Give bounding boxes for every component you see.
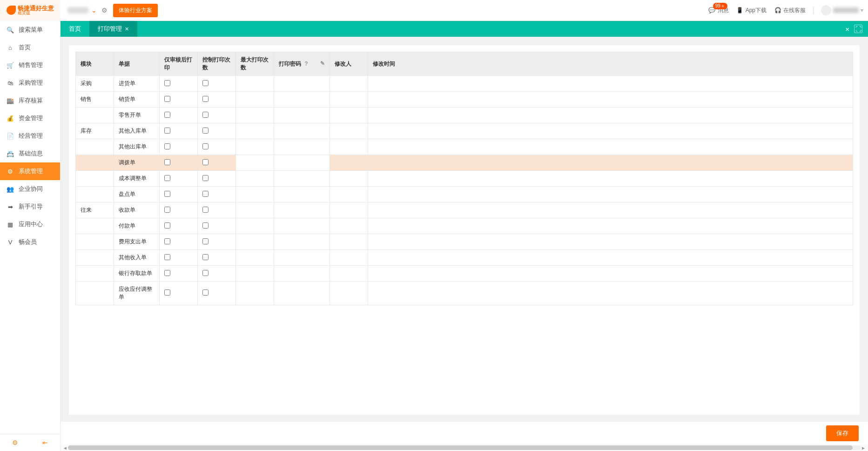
online-service-button[interactable]: 🎧 在线客服: [774, 7, 806, 14]
cell-limit-count[interactable]: [198, 266, 236, 282]
cell-password[interactable]: [274, 266, 330, 282]
cell-max-count[interactable]: [236, 139, 274, 155]
scroll-left-icon[interactable]: ◄: [62, 445, 68, 451]
fullscreen-icon[interactable]: ⛶: [854, 25, 862, 33]
sidebar-item-0[interactable]: 🔍搜索菜单: [0, 21, 60, 39]
cell-audit-only[interactable]: [160, 76, 198, 92]
cell-max-count[interactable]: [236, 92, 274, 108]
brand-logo[interactable]: 畅捷通好生意 精灵版: [0, 0, 61, 21]
tab-home[interactable]: 首页: [61, 21, 89, 37]
audit-only-checkbox[interactable]: [164, 159, 170, 165]
limit-count-checkbox[interactable]: [202, 80, 209, 86]
audit-only-checkbox[interactable]: [164, 80, 170, 86]
cell-limit-count[interactable]: [198, 155, 236, 171]
limit-count-checkbox[interactable]: [202, 238, 209, 244]
settings-icon[interactable]: ⚙: [101, 7, 108, 14]
edit-icon[interactable]: ✎: [320, 60, 325, 67]
sidebar-item-6[interactable]: 📄经营管理: [0, 127, 60, 145]
sidebar-item-10[interactable]: ➡新手引导: [0, 198, 60, 215]
limit-count-checkbox[interactable]: [202, 222, 209, 229]
audit-only-checkbox[interactable]: [164, 96, 170, 102]
limit-count-checkbox[interactable]: [202, 191, 209, 197]
cell-audit-only[interactable]: [160, 202, 198, 218]
sidebar-item-7[interactable]: 📇基础信息: [0, 145, 60, 162]
sidebar-item-9[interactable]: 👥企业协同: [0, 180, 60, 198]
audit-only-checkbox[interactable]: [164, 254, 170, 260]
user-menu[interactable]: ▾: [821, 5, 863, 15]
cell-limit-count[interactable]: [198, 171, 236, 187]
cell-audit-only[interactable]: [160, 108, 198, 123]
cell-password[interactable]: [274, 139, 330, 155]
sidebar-item-4[interactable]: 🏬库存核算: [0, 92, 60, 109]
sidebar-item-12[interactable]: V畅会员: [0, 233, 60, 251]
cell-limit-count[interactable]: [198, 218, 236, 234]
help-icon[interactable]: ?: [304, 61, 308, 67]
cell-max-count[interactable]: [236, 234, 274, 250]
sidebar-item-1[interactable]: ⌂首页: [0, 39, 60, 56]
cell-audit-only[interactable]: [160, 171, 198, 187]
limit-count-checkbox[interactable]: [202, 159, 209, 165]
cell-password[interactable]: [274, 282, 330, 305]
cell-password[interactable]: [274, 155, 330, 171]
sidebar-item-8[interactable]: ⚙系统管理: [0, 162, 60, 180]
org-selector[interactable]: ⌄: [67, 7, 97, 14]
audit-only-checkbox[interactable]: [164, 222, 170, 229]
audit-only-checkbox[interactable]: [164, 191, 170, 197]
cell-audit-only[interactable]: [160, 250, 198, 266]
cell-audit-only[interactable]: [160, 155, 198, 171]
scroll-track[interactable]: [68, 445, 861, 450]
sidebar-item-11[interactable]: ▦应用中心: [0, 215, 60, 233]
cell-audit-only[interactable]: [160, 282, 198, 305]
app-download-button[interactable]: 📱 App下载: [736, 7, 767, 14]
cell-max-count[interactable]: [236, 266, 274, 282]
audit-only-checkbox[interactable]: [164, 207, 170, 213]
save-button[interactable]: 保存: [826, 425, 859, 441]
cell-max-count[interactable]: [236, 76, 274, 92]
limit-count-checkbox[interactable]: [202, 96, 209, 102]
industry-plan-button[interactable]: 体验行业方案: [113, 4, 158, 17]
limit-count-checkbox[interactable]: [202, 128, 209, 134]
messages-button[interactable]: 💬 消息 99＋: [708, 7, 729, 14]
horizontal-scrollbar[interactable]: ◄ ►: [61, 444, 868, 451]
cell-limit-count[interactable]: [198, 92, 236, 108]
cell-password[interactable]: [274, 92, 330, 108]
cell-max-count[interactable]: [236, 187, 274, 202]
cell-password[interactable]: [274, 202, 330, 218]
cell-limit-count[interactable]: [198, 108, 236, 123]
audit-only-checkbox[interactable]: [164, 289, 170, 296]
cell-limit-count[interactable]: [198, 139, 236, 155]
cell-audit-only[interactable]: [160, 139, 198, 155]
cell-audit-only[interactable]: [160, 123, 198, 139]
cell-max-count[interactable]: [236, 171, 274, 187]
cell-password[interactable]: [274, 187, 330, 202]
cell-audit-only[interactable]: [160, 234, 198, 250]
cell-audit-only[interactable]: [160, 92, 198, 108]
cell-limit-count[interactable]: [198, 76, 236, 92]
sidebar-settings-button[interactable]: ⚙: [0, 434, 30, 451]
cell-max-count[interactable]: [236, 155, 274, 171]
cell-password[interactable]: [274, 171, 330, 187]
limit-count-checkbox[interactable]: [202, 270, 209, 276]
tab-close-all-icon[interactable]: ×: [845, 25, 849, 33]
cell-password[interactable]: [274, 250, 330, 266]
limit-count-checkbox[interactable]: [202, 112, 209, 118]
scroll-thumb[interactable]: [68, 445, 853, 450]
cell-password[interactable]: [274, 123, 330, 139]
cell-limit-count[interactable]: [198, 250, 236, 266]
sidebar-item-3[interactable]: 🛍采购管理: [0, 74, 60, 92]
cell-limit-count[interactable]: [198, 123, 236, 139]
tab-print-management[interactable]: 打印管理 ✕: [89, 21, 137, 37]
audit-only-checkbox[interactable]: [164, 112, 170, 118]
cell-audit-only[interactable]: [160, 266, 198, 282]
sidebar-item-5[interactable]: 💰资金管理: [0, 109, 60, 127]
audit-only-checkbox[interactable]: [164, 143, 170, 149]
cell-max-count[interactable]: [236, 250, 274, 266]
limit-count-checkbox[interactable]: [202, 175, 209, 181]
cell-password[interactable]: [274, 76, 330, 92]
cell-password[interactable]: [274, 234, 330, 250]
cell-limit-count[interactable]: [198, 202, 236, 218]
cell-max-count[interactable]: [236, 202, 274, 218]
audit-only-checkbox[interactable]: [164, 175, 170, 181]
limit-count-checkbox[interactable]: [202, 207, 209, 213]
limit-count-checkbox[interactable]: [202, 254, 209, 260]
